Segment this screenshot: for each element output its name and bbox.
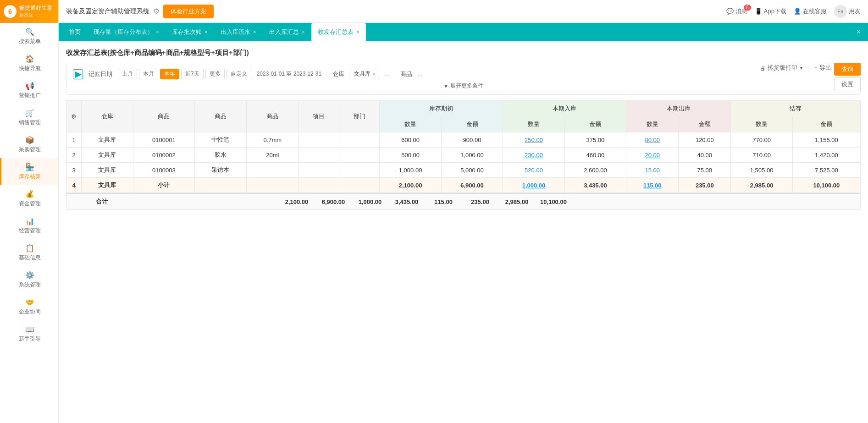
tab-recv-send-close[interactable]: × (356, 29, 359, 35)
inventory-icon: 🏪 (25, 163, 34, 171)
table-row: 3 文具库 0100003 采访本 1,000.00 5,000.00 520.… (66, 163, 861, 178)
row-project (299, 148, 339, 163)
table-row: 2 文具库 0100002 胶水 20ml 500.00 1,000.00 23… (66, 148, 861, 163)
sidebar-item-label: 搜索菜单 (19, 38, 41, 45)
in-qty-header: 数量 (503, 116, 564, 132)
table-row: 1 文具库 0100001 中性笔 0.7mm 600.00 900.00 25… (66, 132, 861, 148)
bal-amt-cell: 1,420.00 (792, 148, 860, 163)
query-button[interactable]: 查询 (834, 63, 861, 76)
warehouse-tag-name: 文具库 (354, 70, 370, 78)
online-service-btn[interactable]: 👤 在线客服 (794, 7, 827, 16)
filter-row: ▶ 记账日期 上月 本月 本年 近7天 更多 自定义 2023-01-01 至 … (73, 69, 854, 79)
settings-button[interactable]: 设置 (834, 77, 861, 91)
period-7days[interactable]: 近7天 (181, 69, 204, 79)
bal-amt-cell: 1,155.00 (792, 132, 860, 148)
export-btn[interactable]: ↑ 导出 (814, 64, 831, 72)
tab-inout-flow[interactable]: 出入库流水 × (214, 23, 263, 41)
col-goods-code-header: 商品 (133, 101, 194, 132)
tab-batch-ledger-label: 库存批次账 (172, 28, 202, 36)
marketing-icon: 📢 (25, 82, 34, 90)
sidebar-item-purchase[interactable]: 📦采购管理 (0, 131, 58, 158)
sidebar-item-label: 销售管理 (19, 119, 41, 126)
row-goods-code: 0100001 (133, 132, 194, 148)
download-icon: 📱 (755, 8, 762, 15)
row-goods-spec (246, 163, 299, 178)
tab-stock-dist[interactable]: 现存量（库存分布表） × (87, 23, 166, 41)
tab-batch-ledger[interactable]: 库存批次账 × (166, 23, 214, 41)
tab-recv-send[interactable]: 收发存汇总表 × (311, 23, 366, 41)
in-qty-cell[interactable]: 230.00 (503, 148, 564, 163)
footer-label: 合计 (86, 198, 118, 206)
message-btn[interactable]: 💬 消息 6 (726, 7, 747, 16)
expand-more-btn[interactable]: ▼ 展开更多条件 (73, 79, 854, 90)
main-area: 装备及固定资产辅助管理系统 ⚙ 体验行业方案 💬 消息 6 📱 App下载 👤 … (59, 0, 868, 423)
sidebar-item-operations[interactable]: 📊经营管理 (0, 212, 58, 239)
data-table-wrap: ⚙ 仓库 商品 商品 商品 项目 部门 库存期初 本期入库 本期出库 结存 (66, 100, 861, 193)
period-last-month[interactable]: 上月 (118, 69, 137, 79)
tab-stock-dist-label: 现存量（库存分布表） (94, 28, 153, 36)
warehouse-tag-close[interactable]: × (372, 71, 375, 77)
purchase-icon: 📦 (25, 136, 34, 144)
page-panel: 收发存汇总表(按仓库+商品编码+商品+规格型号+项目+部门) 🖨 拣货版打印 ▼… (59, 41, 868, 423)
row-goods-spec: 20ml (246, 148, 299, 163)
in-qty-cell[interactable]: 520.00 (503, 163, 564, 178)
sidebar-item-basic[interactable]: 📋基础信息 (0, 239, 58, 266)
col-settings-header[interactable]: ⚙ (66, 101, 82, 132)
in-qty-cell[interactable]: 250.00 (503, 132, 564, 148)
tab-home[interactable]: 首页 (62, 23, 87, 41)
open-qty-cell: 2,100.00 (380, 178, 441, 193)
out-qty-cell[interactable]: 15.00 (626, 163, 679, 178)
open-amt-header: 金额 (441, 116, 503, 132)
sidebar-item-label: 经营管理 (19, 227, 41, 235)
tab-inout-flow-close[interactable]: × (253, 29, 256, 35)
app-download-btn[interactable]: 📱 App下载 (755, 7, 786, 16)
footer-bal-amt: 10,100.00 (535, 198, 572, 205)
goods-more-btn[interactable]: ... (418, 71, 422, 77)
sidebar-item-quick[interactable]: 🏠快捷导航 (0, 50, 58, 77)
page-title: 收发存汇总表(按仓库+商品编码+商品+规格型号+项目+部门) (66, 49, 861, 57)
sidebar-item-finance[interactable]: 💰资金管理 (0, 185, 58, 212)
trial-button[interactable]: 体验行业方案 (163, 5, 214, 18)
sidebar-item-sales[interactable]: 🛒销售管理 (0, 104, 58, 131)
period-this-month[interactable]: 本月 (139, 69, 158, 79)
footer-out-amt: 235.00 (462, 198, 498, 205)
tab-batch-ledger-close[interactable]: × (205, 29, 208, 35)
bal-qty-cell: 1,505.00 (731, 163, 792, 178)
row-warehouse: 文具库 (82, 178, 133, 193)
sidebar-item-marketing[interactable]: 📢营销推广 (0, 77, 58, 104)
tab-inout-summary[interactable]: 出入库汇总 × (263, 23, 311, 41)
tab-inout-summary-close[interactable]: × (302, 29, 305, 35)
sidebar-item-inventory[interactable]: 🏪库存核算 (0, 158, 58, 185)
in-qty-cell[interactable]: 1,000.00 (503, 178, 564, 193)
period-this-year[interactable]: 本年 (160, 69, 179, 79)
out-qty-cell[interactable]: 20.00 (626, 148, 679, 163)
footer-in-amt: 3,435.00 (388, 198, 425, 205)
print-btn[interactable]: 🖨 拣货版打印 ▼ (760, 64, 804, 72)
sidebar-item-search[interactable]: 🔍搜索菜单 (0, 23, 58, 50)
sidebar-item-system[interactable]: ⚙️系统管理 (0, 266, 58, 293)
bal-amt-cell: 7,525.00 (792, 163, 860, 178)
period-custom[interactable]: 自定义 (227, 69, 251, 79)
row-no: 3 (66, 163, 82, 178)
print-label: 拣货版打印 (768, 64, 797, 72)
sidebar-item-collab[interactable]: 🤝企业协同 (0, 293, 58, 320)
out-qty-cell[interactable]: 115.00 (626, 178, 679, 193)
sidebar-item-label: 新手引导 (19, 335, 41, 343)
row-goods-name (195, 178, 247, 193)
export-icon: ↑ (814, 65, 818, 71)
sidebar-item-label: 基础信息 (19, 254, 41, 262)
out-qty-cell[interactable]: 80.00 (626, 132, 679, 148)
tabbar-close-icon[interactable]: × (853, 28, 864, 36)
col-goods-spec-header: 商品 (246, 101, 299, 132)
period-more[interactable]: 更多 (205, 69, 225, 79)
sidebar-item-label: 营销推广 (19, 92, 41, 99)
user-profile-btn[interactable]: Ea 用友 (834, 5, 861, 18)
sidebar-item-guide[interactable]: 📖新手引导 (0, 320, 58, 347)
content-area: 收发存汇总表(按仓库+商品编码+商品+规格型号+项目+部门) 🖨 拣货版打印 ▼… (59, 41, 868, 423)
warehouse-more-btn[interactable]: ... (385, 71, 389, 77)
settings-icon[interactable]: ⚙ (153, 7, 160, 16)
tab-stock-dist-close[interactable]: × (156, 29, 159, 35)
out-amt-cell: 40.00 (679, 148, 731, 163)
in-amt-cell: 375.00 (564, 132, 626, 148)
filter-toggle-btn[interactable]: ▶ (73, 69, 83, 79)
